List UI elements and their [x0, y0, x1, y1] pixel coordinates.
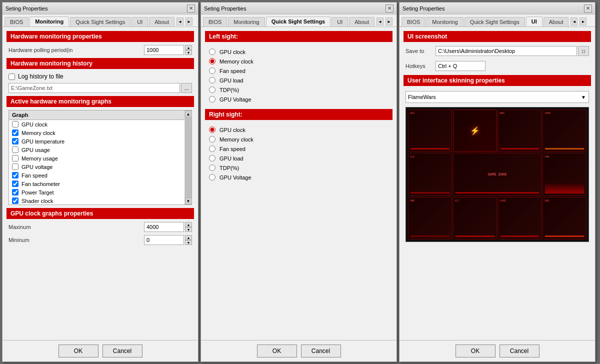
- max-label: Maxinum: [8, 224, 144, 230]
- title-bar-2: Seting Properties ✕: [201, 2, 396, 14]
- scrollbar-up-1[interactable]: ▲: [185, 110, 192, 118]
- graph-check-7[interactable]: [12, 180, 18, 187]
- bottom-bar-2: OK Cancel: [201, 340, 396, 362]
- graph-check-6[interactable]: [12, 172, 18, 178]
- right-radio-input-1[interactable]: [209, 136, 216, 142]
- left-radio-input-4[interactable]: [209, 86, 216, 93]
- tab-monitoring-1[interactable]: Monitoring: [30, 16, 69, 26]
- graph-label-7: Fan tachometer: [22, 181, 60, 187]
- graph-check-5[interactable]: [12, 164, 18, 170]
- right-radio-input-5[interactable]: [209, 174, 216, 180]
- tab-nav-right-1[interactable]: ►: [186, 18, 192, 26]
- max-input[interactable]: [144, 222, 184, 232]
- tab-bios-3[interactable]: BIOS: [402, 17, 426, 26]
- tab-about-3[interactable]: About: [544, 17, 569, 26]
- section-left-sight: Left sight:: [205, 31, 392, 42]
- skin-dropdown[interactable]: FlameWars: [406, 91, 589, 103]
- left-radio-input-0[interactable]: [209, 48, 216, 55]
- tab-monitoring-3[interactable]: Monitoring: [426, 17, 463, 26]
- section-right-sight: Right sight:: [205, 109, 392, 120]
- min-input[interactable]: [144, 235, 184, 245]
- file-path-row: ...: [6, 83, 194, 93]
- left-radio-input-3[interactable]: [209, 77, 216, 84]
- min-up[interactable]: ▲: [185, 235, 192, 240]
- tab-ui-1[interactable]: UI: [132, 17, 148, 26]
- tab-nav-right-2[interactable]: ►: [386, 18, 392, 26]
- tab-nav-left-1[interactable]: ◄: [176, 18, 184, 26]
- left-radio-input-1[interactable]: [209, 58, 216, 64]
- skin-panel-5: CLK: [408, 153, 452, 196]
- graph-check-8[interactable]: [12, 189, 18, 196]
- graph-item-8: Power Target: [9, 188, 184, 196]
- tab-about-1[interactable]: About: [149, 17, 174, 26]
- section-hw-props: Hardware monitoring properties: [6, 31, 194, 42]
- graph-check-0[interactable]: [12, 121, 18, 128]
- tab-nav-left-2[interactable]: ◄: [376, 18, 384, 26]
- graph-item-3: GPU usage: [9, 146, 184, 154]
- close-btn-2[interactable]: ✕: [386, 4, 394, 12]
- right-radio-input-0[interactable]: [209, 126, 216, 133]
- left-radio-input-2[interactable]: [209, 68, 216, 74]
- graph-check-9[interactable]: [12, 198, 18, 204]
- min-down[interactable]: ▼: [185, 240, 192, 245]
- graph-check-1[interactable]: [12, 130, 18, 136]
- right-radio-5: GPU Voltage: [209, 172, 388, 182]
- polling-input[interactable]: [144, 45, 184, 55]
- tab-quick-2[interactable]: Quick Sight Settings: [266, 16, 331, 26]
- polling-up[interactable]: ▲: [185, 45, 192, 50]
- ok-btn-2[interactable]: OK: [257, 344, 297, 358]
- right-radio-input-4[interactable]: [209, 164, 216, 171]
- cancel-btn-2[interactable]: Cancel: [301, 344, 341, 358]
- section-gpu-clock: GPU clock graphs properties: [6, 208, 194, 219]
- content-2: Left sight: GPU clock Memory clock Fan s…: [201, 27, 396, 340]
- close-btn-3[interactable]: ✕: [584, 4, 592, 12]
- tab-ui-3[interactable]: UI: [526, 16, 542, 26]
- right-radio-input-2[interactable]: [209, 146, 216, 152]
- skin-panel-9: PWR: [408, 197, 452, 240]
- browse-btn[interactable]: ...: [181, 83, 192, 93]
- polling-down[interactable]: ▼: [185, 50, 192, 55]
- cancel-btn-1[interactable]: Cancel: [102, 344, 142, 358]
- tab-bios-1[interactable]: BIOS: [4, 17, 28, 26]
- min-row: Mininum ▲ ▼: [6, 235, 194, 245]
- tab-bios-2[interactable]: BIOS: [203, 17, 227, 26]
- tab-ui-2[interactable]: UI: [332, 17, 348, 26]
- graph-label-3: GPU usage: [22, 147, 50, 153]
- max-up[interactable]: ▲: [185, 222, 192, 227]
- tab-bar-1: BIOS Monitoring Quick Sight Settings UI …: [2, 14, 198, 27]
- graph-label-9: Shader clock: [22, 198, 54, 204]
- graph-check-3[interactable]: [12, 146, 18, 153]
- right-radio-1: Memory clock: [209, 134, 388, 144]
- scrollbar-down-1[interactable]: ▼: [185, 198, 192, 204]
- tab-quick-3[interactable]: Quick Sight Settings: [464, 17, 525, 26]
- max-down[interactable]: ▼: [185, 227, 192, 232]
- graph-header-label: Graph: [12, 112, 28, 118]
- tab-quick-1[interactable]: Quick Sight Settings: [70, 17, 130, 26]
- file-path-input[interactable]: [8, 83, 180, 93]
- save-to-input[interactable]: [436, 46, 577, 56]
- skin-panel-4: TEMP: [542, 110, 586, 152]
- tab-monitoring-2[interactable]: Monitoring: [228, 17, 264, 26]
- graph-item-0: GPU clock: [9, 120, 184, 128]
- graph-item-9: Shader clock: [9, 196, 184, 204]
- left-radio-2: Fan speed: [209, 66, 388, 76]
- section-hw-history: Hardware monitoring history: [6, 58, 194, 69]
- log-history-checkbox[interactable]: [8, 74, 15, 80]
- tab-nav-left-3[interactable]: ◄: [570, 18, 578, 26]
- graph-list-header: Graph: [9, 110, 184, 120]
- right-radio-input-3[interactable]: [209, 155, 216, 162]
- graph-check-4[interactable]: [12, 155, 18, 162]
- tab-nav-right-3[interactable]: ►: [580, 18, 586, 26]
- save-browse-btn[interactable]: □: [578, 46, 589, 56]
- graph-check-2[interactable]: [12, 138, 18, 144]
- hotkeys-input[interactable]: [436, 61, 486, 71]
- skin-dropdown-container: FlameWars ▼: [406, 89, 589, 105]
- tab-about-2[interactable]: About: [349, 17, 374, 26]
- cancel-btn-3[interactable]: Cancel: [500, 344, 540, 358]
- close-btn-1[interactable]: ✕: [187, 4, 195, 12]
- bottom-bar-3: OK Cancel: [400, 340, 595, 362]
- save-to-label: Save to: [406, 48, 436, 54]
- ok-btn-3[interactable]: OK: [456, 344, 496, 358]
- left-radio-input-5[interactable]: [209, 96, 216, 102]
- ok-btn-1[interactable]: OK: [58, 344, 98, 358]
